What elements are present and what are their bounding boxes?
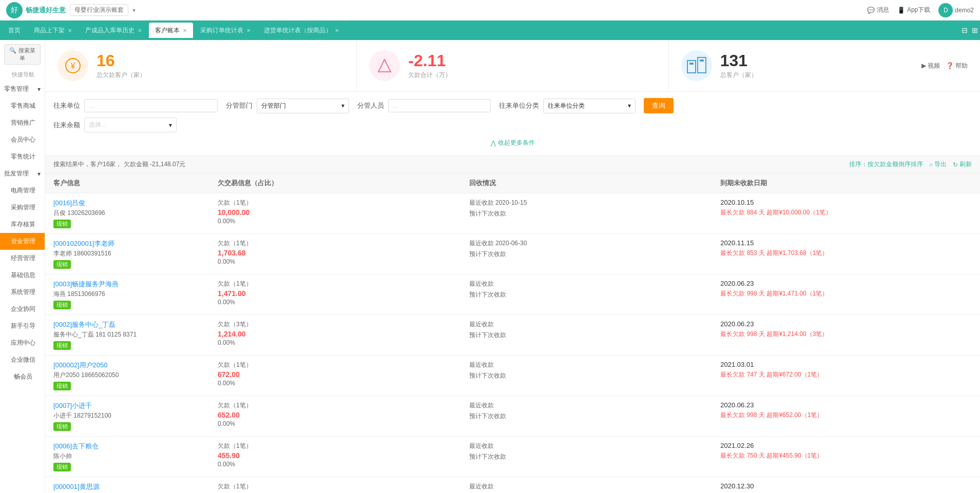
table-container: 客户信息 欠交易信息（占比） 回收情况 到期未收款日期 [0016]吕俊 吕俊 …	[45, 173, 980, 493]
tab-product-history[interactable]: 产成品入库单历史 ✕	[79, 23, 148, 38]
tab-customer-account[interactable]: 客户账本 ✕	[149, 23, 193, 38]
store-arrow[interactable]: ▾	[132, 7, 136, 14]
video-btn[interactable]: ▶ 视频	[921, 62, 940, 70]
overdue-link-6[interactable]: 超期¥455.90（1笔）	[766, 452, 823, 459]
customer-cell-4: [000002]用户2050 用户2050 18665062050 现销	[53, 361, 218, 390]
overdue-link-0[interactable]: 超期¥10,000.00（1笔）	[766, 209, 832, 216]
sidebar-item-enterprise[interactable]: 企业协同	[0, 301, 45, 318]
return-next-4: 预计下次收款	[469, 371, 721, 380]
debt-cell-1: 欠款（1笔） 1,703.68 0.00%	[218, 239, 469, 265]
export-btn[interactable]: ○ 导出	[929, 160, 947, 169]
tab-home[interactable]: 首页	[2, 23, 27, 38]
message-btn[interactable]: 💬 消息	[867, 6, 889, 14]
return-cell-7: 最近收款 预计下次收款	[469, 482, 721, 493]
customer-phone-6: 陈小帅	[53, 452, 218, 461]
sidebar-item-retail-mall[interactable]: 零售商城	[0, 97, 45, 114]
tab-purchase-stats[interactable]: 采购订单统计表 ✕	[194, 23, 257, 38]
sort-label[interactable]: 排序：按欠款金额倒序排序	[849, 160, 923, 169]
customer-name-0[interactable]: [0016]吕俊	[53, 199, 218, 208]
from-unit-label: 往来单位	[53, 101, 80, 110]
debt-cell-2: 欠款（1笔） 1,471.00 0.00%	[218, 280, 469, 306]
sidebar-item-purchase[interactable]: 采购管理	[0, 199, 45, 216]
dept-select[interactable]: 分管部门 ▾	[257, 98, 349, 113]
chevron-down-icon-balance: ▾	[169, 122, 172, 129]
svg-rect-7	[700, 60, 702, 62]
customer-name-2[interactable]: [0003]畅捷服务尹海燕	[53, 280, 218, 289]
manager-input[interactable]: ...	[388, 99, 491, 112]
customer-name-3[interactable]: [0002]服务中心_丁磊	[53, 320, 218, 329]
main-content: ¥ 16 总欠款客户（家） -2.11 欠款合计（万）	[45, 40, 980, 493]
due-cell-4: 2021.03.01 最长欠款 747 天 超期¥672.00（1笔）	[720, 361, 972, 379]
top-bar-left: 好 畅捷通好生意 母婴行业演示账套 ▾	[6, 2, 136, 18]
due-date-2: 2020.06.23	[720, 280, 972, 287]
card-number-total-customers: 131	[720, 52, 757, 69]
customer-name-4[interactable]: [000002]用户2050	[53, 361, 218, 370]
balance-select[interactable]: 选择... ▾	[84, 117, 177, 132]
debt-count-4: 欠款（1笔）	[218, 361, 469, 369]
sidebar-item-ecommerce[interactable]: 电商管理	[0, 182, 45, 199]
return-recent-1: 最近收款 2020-06-30	[469, 239, 721, 248]
sidebar-item-batch-mgmt[interactable]: 批发管理 ▾	[0, 165, 45, 182]
tab-customer-account-close[interactable]: ✕	[183, 28, 187, 33]
unit-category-label: 往来单位分类	[499, 101, 539, 110]
tab-incoming-stats[interactable]: 进货单统计表（按商品） ✕	[258, 23, 345, 38]
customer-phone-4: 用户2050 18665062050	[53, 371, 218, 380]
tab-purchase-stats-close[interactable]: ✕	[246, 28, 251, 33]
sidebar-item-marketing[interactable]: 营销推广	[0, 114, 45, 131]
overdue-4: 最长欠款 747 天 超期¥672.00（1笔）	[720, 370, 972, 379]
customer-name-6[interactable]: [0006]去下粮仓	[53, 442, 218, 451]
collapse-btn[interactable]: ⋀ 收起更多条件	[53, 136, 972, 149]
sidebar-item-retail-mgmt[interactable]: 零售管理 ▾	[0, 81, 45, 97]
card-content-debt-customers: 16 总欠款客户（家）	[97, 52, 146, 80]
refresh-btn[interactable]: ↻ 刷新	[953, 160, 972, 169]
card-actions-total-customers: ▶ 视频 ❓ 帮助	[921, 62, 968, 70]
debt-cell-4: 欠款（1笔） 672.00 0.00%	[218, 361, 469, 387]
tab-incoming-stats-close[interactable]: ✕	[335, 28, 339, 33]
avatar: D	[938, 3, 953, 17]
overdue-link-3[interactable]: 超期¥1,214.00（3笔）	[766, 330, 828, 338]
overdue-link-2[interactable]: 超期¥1,471.00（1笔）	[766, 290, 828, 297]
sidebar-item-guide[interactable]: 新手引导	[0, 318, 45, 334]
due-cell-5: 2020.06.23 最长欠款 998 天 超期¥652.00（1笔）	[720, 401, 972, 420]
help-btn[interactable]: ❓ 帮助	[946, 62, 968, 70]
sidebar-item-finance[interactable]: 资金管理	[0, 233, 45, 250]
customer-tag-4: 现销	[53, 382, 71, 390]
overdue-link-1[interactable]: 超期¥1,703.68（1笔）	[766, 249, 828, 257]
overdue-link-4[interactable]: 超期¥672.00（1笔）	[766, 371, 823, 378]
sidebar-search: 🔍 搜索菜单	[0, 40, 45, 69]
tab-expand-btn[interactable]: ⊞	[972, 26, 978, 34]
layout: 🔍 搜索菜单 快捷导航 零售管理 ▾ 零售商城 营销推广 会员中心 零售统计 批…	[0, 40, 980, 493]
table-row: [0003]畅捷服务尹海燕 海燕 18513066976 现销 欠款（1笔） 1…	[45, 274, 980, 315]
sidebar-item-member[interactable]: 畅会员	[0, 368, 45, 385]
chevron-down-icon: ▾	[37, 86, 41, 93]
sidebar-item-system[interactable]: 系统管理	[0, 284, 45, 301]
sidebar-item-operations[interactable]: 经营管理	[0, 250, 45, 267]
search-button[interactable]: 查询	[644, 98, 674, 113]
tab-product-shelf[interactable]: 商品上下架 ✕	[28, 23, 78, 38]
customer-phone-1: 李老师 18600391516	[53, 249, 218, 258]
sidebar-item-member-center[interactable]: 会员中心	[0, 131, 45, 148]
customer-name-5[interactable]: [0007]小进千	[53, 401, 218, 410]
sidebar-item-app-center[interactable]: 应用中心	[0, 334, 45, 351]
tab-minimize-btn[interactable]: ⊟	[962, 26, 968, 34]
sidebar-item-basic-info[interactable]: 基础信息	[0, 267, 45, 284]
card-content-debt-amount: -2.11 欠款合计（万）	[408, 52, 451, 80]
debt-count-1: 欠款（1笔）	[218, 239, 469, 248]
sidebar-item-inventory[interactable]: 库存核算	[0, 216, 45, 233]
customer-name-7[interactable]: [000001]黄思源	[53, 482, 218, 491]
tab-product-shelf-close[interactable]: ✕	[68, 28, 72, 33]
unit-category-select[interactable]: 往来单位分类 ▾	[543, 98, 636, 113]
user-menu[interactable]: D demo2	[938, 3, 974, 17]
svg-marker-2	[378, 60, 391, 72]
app-download-btn[interactable]: 📱 App下载	[897, 6, 930, 14]
customer-name-1[interactable]: [0001020001]李老师	[53, 239, 218, 248]
logo-text: 畅捷通好生意	[26, 6, 66, 15]
search-menu-btn[interactable]: 🔍 搜索菜单	[4, 44, 41, 65]
tab-product-history-close[interactable]: ✕	[138, 28, 142, 33]
sidebar-item-retail-stats[interactable]: 零售统计	[0, 148, 45, 165]
store-name[interactable]: 母婴行业演示账套	[70, 4, 128, 16]
from-unit-input[interactable]: ...	[84, 99, 218, 112]
overdue-link-5[interactable]: 超期¥652.00（1笔）	[766, 411, 823, 419]
customer-tag-6: 现销	[53, 463, 71, 471]
sidebar-item-enterprise-wx[interactable]: 企业微信	[0, 351, 45, 368]
